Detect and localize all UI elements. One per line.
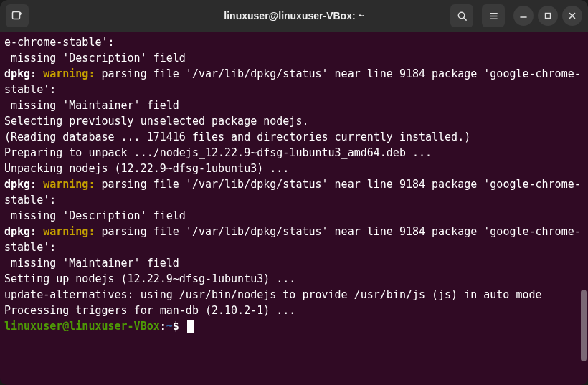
terminal-line: e-chrome-stable': (4, 34, 584, 50)
terminal-line: missing 'Maintainer' field (4, 255, 584, 271)
svg-rect-0 (13, 12, 20, 19)
new-tab-button[interactable] (6, 4, 29, 27)
prompt-user-host: linuxuser@linuxuser-VBox (4, 320, 160, 333)
svg-rect-7 (546, 14, 551, 19)
terminal-output: e-chrome-stable': missing 'Description' … (4, 34, 584, 318)
hamburger-icon (488, 11, 499, 22)
titlebar-right (450, 4, 582, 27)
terminal-line: Setting up nodejs (12.22.9~dfsg-1ubuntu3… (4, 271, 584, 287)
titlebar: linuxuser@linuxuser-VBox: ~ (0, 0, 588, 32)
scrollbar-thumb[interactable] (581, 290, 587, 361)
prompt-symbol: $ (173, 320, 179, 333)
terminal-line: missing 'Maintainer' field (4, 98, 584, 113)
terminal-line: Selecting previously unselected package … (4, 113, 584, 129)
menu-button[interactable] (482, 4, 505, 27)
prompt-path: ~ (166, 320, 173, 333)
terminal-line: (Reading database ... 171416 files and d… (4, 129, 584, 145)
terminal-line: dpkg: warning: parsing file '/var/lib/dp… (4, 224, 584, 255)
terminal-line: dpkg: warning: parsing file '/var/lib/dp… (4, 66, 584, 98)
svg-line-2 (463, 17, 465, 19)
titlebar-left (6, 4, 33, 27)
terminal-line: Unpacking nodejs (12.22.9~dfsg-1ubuntu3)… (4, 161, 584, 176)
terminal-line: Preparing to unpack .../nodejs_12.22.9~d… (4, 145, 584, 161)
close-icon (568, 11, 577, 20)
minimize-button[interactable] (513, 6, 534, 26)
window-title: linuxuser@linuxuser-VBox: ~ (224, 10, 364, 22)
terminal-line: missing 'Description' field (4, 50, 584, 66)
terminal-prompt-line: linuxuser@linuxuser-VBox:~$ (4, 318, 584, 334)
new-tab-icon (11, 10, 23, 22)
terminal-viewport[interactable]: e-chrome-stable': missing 'Description' … (0, 32, 588, 385)
maximize-button[interactable] (538, 6, 558, 26)
maximize-icon (544, 11, 552, 20)
terminal-line: Processing triggers for man-db (2.10.2-1… (4, 303, 584, 318)
minimize-icon (519, 11, 528, 20)
cursor (187, 320, 194, 333)
search-button[interactable] (450, 4, 473, 27)
terminal-line: dpkg: warning: parsing file '/var/lib/dp… (4, 176, 584, 208)
terminal-line: update-alternatives: using /usr/bin/node… (4, 287, 584, 303)
search-icon (457, 11, 468, 22)
terminal-line: missing 'Description' field (4, 208, 584, 224)
close-button[interactable] (562, 6, 582, 26)
prompt-sep: : (160, 320, 166, 333)
